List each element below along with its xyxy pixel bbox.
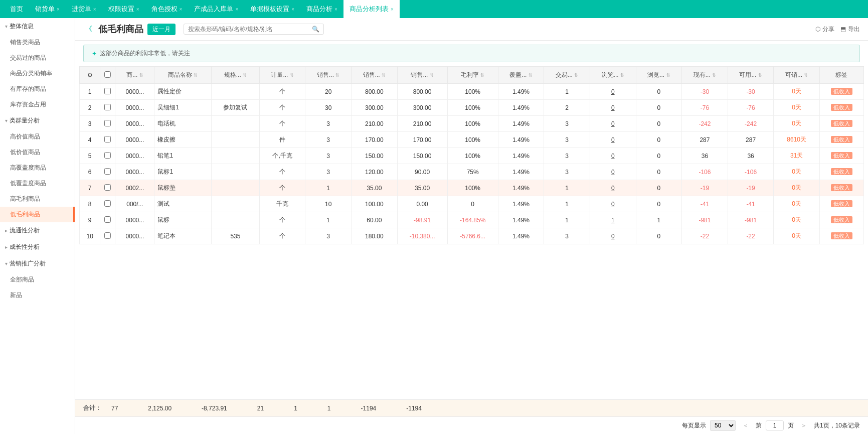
sidebar-item-traded-products[interactable]: 交易过的商品 xyxy=(0,50,75,66)
close-icon[interactable]: × xyxy=(180,7,183,12)
sidebar-item-low-coverage[interactable]: 低覆盖度商品 xyxy=(0,176,75,191)
row-views1[interactable]: 0 xyxy=(590,180,636,196)
row-select-checkbox[interactable] xyxy=(104,216,111,223)
sort-icon[interactable]: ⇅ xyxy=(529,73,533,78)
views1-link[interactable]: 0 xyxy=(611,153,615,160)
sidebar-item-low-value[interactable]: 低价值商品 xyxy=(0,144,75,160)
period-button[interactable]: 近一月 xyxy=(147,24,176,35)
nav-item-permissions[interactable]: 权限设置 × xyxy=(102,0,145,18)
row-views1[interactable]: 0 xyxy=(590,100,636,116)
sort-icon[interactable]: ⇅ xyxy=(430,73,434,78)
close-icon[interactable]: × xyxy=(235,7,238,12)
close-icon[interactable]: × xyxy=(93,7,96,12)
sidebar-item-category-rate[interactable]: 商品分类助销率 xyxy=(0,66,75,81)
sidebar-group-cluster[interactable]: ▾ 类群量分析 xyxy=(0,112,75,129)
row-checkbox[interactable] xyxy=(100,196,115,212)
row-checkbox[interactable] xyxy=(100,164,115,180)
close-icon[interactable]: × xyxy=(136,7,139,12)
sort-icon[interactable]: ⇅ xyxy=(194,73,198,78)
row-views1[interactable]: 0 xyxy=(590,84,636,100)
views1-link[interactable]: 0 xyxy=(611,88,615,95)
sort-icon[interactable]: ⇅ xyxy=(574,73,578,78)
row-select-checkbox[interactable] xyxy=(104,104,111,110)
row-views1[interactable]: 0 xyxy=(590,148,636,164)
sort-icon[interactable]: ⇅ xyxy=(335,73,339,78)
row-views1[interactable]: 1 xyxy=(590,212,636,228)
row-views1[interactable]: 0 xyxy=(590,228,636,244)
close-icon[interactable]: × xyxy=(334,7,337,12)
views1-link[interactable]: 0 xyxy=(611,120,615,127)
close-icon[interactable]: × xyxy=(291,7,294,12)
sort-icon[interactable]: ⇅ xyxy=(139,73,143,78)
sort-icon[interactable]: ⇅ xyxy=(620,73,624,78)
nav-item-home[interactable]: 首页 xyxy=(4,0,29,18)
row-checkbox[interactable] xyxy=(100,84,115,100)
select-all-checkbox[interactable] xyxy=(104,71,111,78)
sidebar-item-sales-products[interactable]: 销售类商品 xyxy=(0,35,75,50)
nav-item-product-analysis-list[interactable]: 商品分析列表 × xyxy=(343,0,400,18)
sidebar-item-new-products[interactable]: 新品 xyxy=(0,287,75,303)
search-box[interactable]: 🔍 xyxy=(184,24,324,35)
sort-icon[interactable]: ⇅ xyxy=(712,73,716,78)
row-select-checkbox[interactable] xyxy=(104,168,111,175)
views1-link[interactable]: 0 xyxy=(611,201,615,208)
nav-item-purchase[interactable]: 进货单 × xyxy=(66,0,102,18)
row-select-checkbox[interactable] xyxy=(104,232,111,239)
row-checkbox[interactable] xyxy=(100,132,115,148)
row-views1[interactable]: 0 xyxy=(590,164,636,180)
share-button[interactable]: ⬡ 分享 xyxy=(815,25,834,34)
nav-item-role-auth[interactable]: 角色授权 × xyxy=(145,0,189,18)
sort-icon[interactable]: ⇅ xyxy=(290,73,294,78)
views1-link[interactable]: 1 xyxy=(611,217,615,224)
sort-icon[interactable]: ⇅ xyxy=(666,73,670,78)
sort-icon[interactable]: ⇅ xyxy=(758,73,762,78)
row-checkbox[interactable] xyxy=(100,180,115,196)
page-number-input[interactable] xyxy=(766,420,784,430)
sidebar-item-high-coverage[interactable]: 高覆盖度商品 xyxy=(0,160,75,176)
next-page-button[interactable]: ＞ xyxy=(798,420,810,431)
row-checkbox[interactable] xyxy=(100,116,115,132)
sidebar-item-all-products[interactable]: 全部商品 xyxy=(0,272,75,287)
nav-item-sales[interactable]: 销货单 × xyxy=(29,0,66,18)
search-input[interactable] xyxy=(188,26,312,33)
sidebar-group-marketing[interactable]: ▾ 营销推广分析 xyxy=(0,255,75,272)
row-select-checkbox[interactable] xyxy=(104,184,111,191)
nav-item-product-inbound[interactable]: 产成品入库单 × xyxy=(188,0,244,18)
sort-icon[interactable]: ⇅ xyxy=(804,73,808,78)
sidebar-collapse-button[interactable]: 《 xyxy=(83,25,94,34)
sidebar-item-stocked-products[interactable]: 有库存的商品 xyxy=(0,81,75,97)
row-select-checkbox[interactable] xyxy=(104,136,111,142)
page-size-select[interactable]: 50 100 xyxy=(710,420,736,431)
views1-link[interactable]: 0 xyxy=(611,169,615,176)
row-views1[interactable]: 0 xyxy=(590,196,636,212)
views1-link[interactable]: 0 xyxy=(611,136,615,143)
th-checkbox[interactable] xyxy=(100,67,115,84)
sidebar-item-high-margin[interactable]: 高毛利商品 xyxy=(0,191,75,207)
views1-link[interactable]: 0 xyxy=(611,233,615,240)
row-checkbox[interactable] xyxy=(100,148,115,164)
sidebar-group-growth[interactable]: ▸ 成长性分析 xyxy=(0,239,75,255)
views1-link[interactable]: 0 xyxy=(611,185,615,192)
export-button[interactable]: ⬒ 导出 xyxy=(840,25,860,34)
sidebar-item-high-value[interactable]: 高价值商品 xyxy=(0,129,75,144)
row-checkbox[interactable] xyxy=(100,100,115,116)
close-icon[interactable]: × xyxy=(57,7,60,12)
sort-icon[interactable]: ⇅ xyxy=(480,73,484,78)
prev-page-button[interactable]: ＜ xyxy=(740,420,752,431)
sidebar-item-low-margin[interactable]: 低毛利商品 xyxy=(0,207,75,222)
row-checkbox[interactable] xyxy=(100,228,115,244)
nav-item-product-analysis[interactable]: 商品分析 × xyxy=(300,0,343,18)
row-select-checkbox[interactable] xyxy=(104,88,111,94)
row-select-checkbox[interactable] xyxy=(104,152,111,159)
th-settings[interactable]: ⚙ xyxy=(80,67,100,84)
row-select-checkbox[interactable] xyxy=(104,120,111,126)
row-views1[interactable]: 0 xyxy=(590,116,636,132)
sort-icon[interactable]: ⇅ xyxy=(243,73,247,78)
search-icon[interactable]: 🔍 xyxy=(312,26,319,33)
sidebar-group-circulation[interactable]: ▸ 流通性分析 xyxy=(0,222,75,239)
sort-icon[interactable]: ⇅ xyxy=(382,73,386,78)
views1-link[interactable]: 0 xyxy=(611,104,615,111)
row-select-checkbox[interactable] xyxy=(104,200,111,207)
nav-item-template-settings[interactable]: 单据模板设置 × xyxy=(244,0,300,18)
row-checkbox[interactable] xyxy=(100,212,115,228)
